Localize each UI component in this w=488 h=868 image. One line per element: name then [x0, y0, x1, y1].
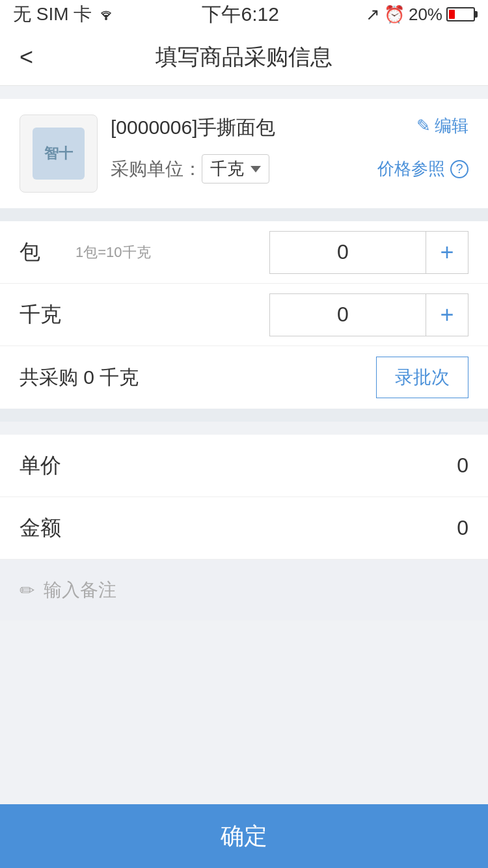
unit-selector-group: 采购单位： 千克 [111, 154, 269, 183]
status-left: 无 SIM 卡 [13, 2, 115, 27]
batch-button[interactable]: 录批次 [376, 357, 468, 398]
bag-plus-button[interactable]: + [426, 231, 468, 274]
unit-price-label: 单价 [20, 452, 61, 480]
bag-input-group: + [269, 231, 468, 274]
kg-plus-button[interactable]: + [426, 293, 468, 336]
kg-input-row: 千克 + [0, 284, 488, 346]
product-name: [0000006]手撕面包 [111, 115, 275, 141]
unit-label: 采购单位： [111, 157, 202, 182]
price-ref-button[interactable]: 价格参照 ? [377, 157, 468, 180]
unit-value: 千克 [210, 157, 244, 180]
summary-unit: 千克 [100, 366, 139, 388]
bag-sub-label: 1包=10千克 [75, 243, 151, 262]
back-button[interactable]: < [20, 44, 59, 71]
unit-price-row: 单价 0 [0, 435, 488, 497]
wifi-icon [97, 4, 115, 25]
input-section: 包 1包=10千克 + 千克 + [0, 221, 488, 346]
carrier-text: 无 SIM 卡 [13, 2, 92, 27]
price-info-section: 单价 0 金额 0 [0, 435, 488, 560]
summary-amount: 0 [83, 366, 94, 388]
kg-label: 千克 [20, 301, 72, 329]
product-unit-row: 采购单位： 千克 价格参照 ? [111, 154, 468, 183]
nav-bar: < 填写商品采购信息 [0, 29, 488, 86]
summary-text: 共采购 0 千克 [20, 364, 139, 391]
remark-placeholder: 输入备注 [44, 578, 116, 603]
section-divider-2 [0, 409, 488, 422]
product-logo: 智十 [33, 128, 85, 180]
edit-icon: ✎ [416, 116, 431, 136]
remark-section[interactable]: ✏ 输入备注 [0, 560, 488, 621]
status-right: ↗ ⏰ 20% [366, 5, 475, 25]
product-card: 智十 [0000006]手撕面包 ✎ 编辑 采购单位： 千克 价格参照 ? [0, 99, 488, 208]
svg-point-0 [105, 18, 107, 20]
help-icon: ? [450, 160, 468, 178]
edit-label: 编辑 [435, 115, 468, 137]
confirm-button[interactable]: 确定 [0, 804, 488, 868]
bag-input-row: 包 1包=10千克 + [0, 221, 488, 284]
battery-icon [446, 7, 475, 21]
product-image: 智十 [20, 115, 98, 193]
unit-select[interactable]: 千克 [202, 154, 269, 183]
amount-value: 0 [457, 516, 468, 540]
kg-input[interactable] [269, 293, 426, 336]
alarm-icon: ⏰ [384, 5, 405, 25]
status-bar: 无 SIM 卡 下午6:12 ↗ ⏰ 20% [0, 0, 488, 29]
pencil-icon: ✏ [20, 580, 34, 601]
battery-percent: 20% [409, 5, 442, 25]
product-info: [0000006]手撕面包 ✎ 编辑 采购单位： 千克 价格参照 ? [111, 115, 468, 183]
kg-input-group: + [269, 293, 468, 336]
edit-button[interactable]: ✎ 编辑 [416, 115, 468, 137]
amount-row: 金额 0 [0, 497, 488, 560]
bag-label: 包 [20, 238, 72, 267]
status-time: 下午6:12 [202, 1, 278, 28]
summary-row: 共采购 0 千克 录批次 [0, 346, 488, 409]
price-ref-label: 价格参照 [377, 157, 445, 180]
location-icon: ↗ [366, 5, 380, 25]
bag-input[interactable] [269, 231, 426, 274]
page-title: 填写商品采购信息 [59, 42, 429, 72]
unit-price-value: 0 [457, 454, 468, 478]
amount-label: 金额 [20, 514, 61, 543]
product-header: [0000006]手撕面包 ✎ 编辑 [111, 115, 468, 141]
chevron-down-icon [251, 166, 261, 172]
section-divider-1 [0, 208, 488, 221]
